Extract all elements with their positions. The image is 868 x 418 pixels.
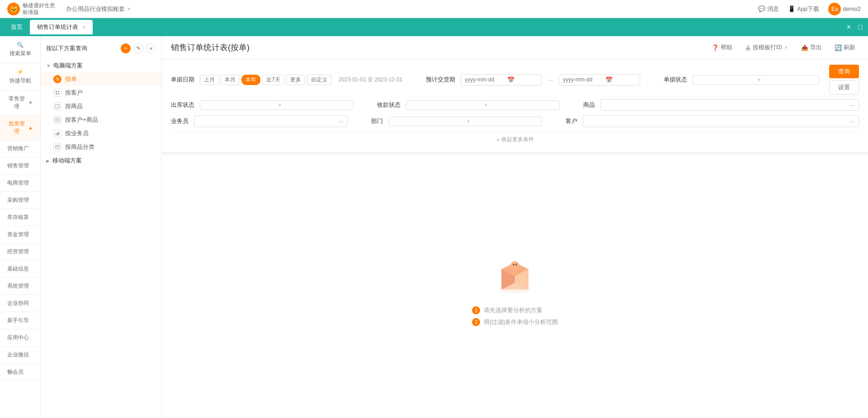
sidebar-item-management[interactable]: 经营管理 <box>0 243 40 261</box>
tree-parent-desktop[interactable]: ▼ 电脑端方案 <box>41 59 161 72</box>
customer-input[interactable]: ··· <box>583 115 859 127</box>
tree-parent-mobile[interactable]: ▶ 移动端方案 <box>41 154 161 167</box>
out-status-label: 出库状态 <box>171 101 194 109</box>
sidebar-item-retail[interactable]: 零售管理 ▼ <box>0 90 40 115</box>
help-button[interactable]: ❓ 帮助 <box>708 42 736 53</box>
sidebar-item-member[interactable]: 畅会员 <box>0 364 40 381</box>
by-goods-icon <box>53 102 61 110</box>
svg-rect-10 <box>56 145 59 149</box>
out-status-dropdown-icon: ▼ <box>278 103 349 108</box>
empty-svg <box>488 247 542 301</box>
customer-search-input[interactable] <box>587 118 848 125</box>
message-button[interactable]: 💬 消息 <box>758 5 779 13</box>
tab-close-icon[interactable]: × <box>83 24 85 30</box>
sidebar-item-enterprise[interactable]: 企业协同 <box>0 295 40 312</box>
search-button[interactable]: 查询 <box>829 65 859 78</box>
setting-button[interactable]: 设置 <box>829 80 859 95</box>
tab-maximize-icon[interactable]: □ <box>856 21 864 33</box>
tree-child-by-order[interactable]: 按 按单 <box>41 72 161 86</box>
tab-minimize-icon[interactable]: × <box>845 21 853 33</box>
empty-tip-2: 2 用[过滤]条件来缩小分析范围 <box>472 318 557 326</box>
tab-active[interactable]: 销售订单统计表 × <box>30 20 93 34</box>
this-month-btn[interactable]: 本月 <box>221 75 240 85</box>
tree-section: ▼ 电脑端方案 按 按单 按客户 按商品 <box>41 57 161 169</box>
sidebar-item-purchase[interactable]: 采购管理 <box>0 192 40 209</box>
main-layout: 🔍 搜索菜单 ⚡ 快捷导航 零售管理 ▼ 批发管理 ▲ 营销推广 销售管理 电商… <box>0 36 868 418</box>
by-order-icon: 按 <box>53 75 61 83</box>
panel-header: 按以下方案查询 + ✎ « <box>41 42 161 57</box>
shortcuts-icon: ⚡ <box>17 69 24 75</box>
calendar-to-icon[interactable]: 📅 <box>605 76 613 83</box>
breadcrumb[interactable]: 办公用品行业模拟账套 ▼ <box>66 5 132 13</box>
template-print-button[interactable]: 🖨 按模板打印 ▼ <box>741 42 792 53</box>
user-menu-button[interactable]: Ea demo2 <box>828 3 861 15</box>
sidebar-item-appstore[interactable]: 应用中心 <box>0 329 40 347</box>
refresh-button[interactable]: 🔄 刷新 <box>831 42 859 53</box>
action-buttons: 查询 设置 <box>829 65 859 95</box>
more-date-btn[interactable]: 更多 <box>286 75 305 85</box>
avatar: Ea <box>828 3 841 15</box>
by-customer-goods-icon <box>53 116 61 124</box>
page-title: 销售订单统计表(按单) <box>171 42 250 53</box>
status-select[interactable]: ▼ <box>693 75 819 85</box>
left-panel: 按以下方案查询 + ✎ « ▼ 电脑端方案 按 按单 <box>41 36 162 418</box>
last-month-btn[interactable]: 上月 <box>200 75 219 85</box>
dept-select[interactable]: ▼ <box>388 117 542 126</box>
collapse-bar[interactable]: ∧ 收起更多条件 <box>171 132 859 147</box>
svg-rect-8 <box>57 133 58 135</box>
sidebar-item-wholesale[interactable]: 批发管理 ▲ <box>0 115 40 140</box>
calendar-from-icon[interactable]: 📅 <box>507 76 514 83</box>
sidebar-item-wechat[interactable]: 企业微信 <box>0 347 40 364</box>
sidebar-item-ecommerce[interactable]: 电商管理 <box>0 175 40 192</box>
logo-text: 畅捷通好生意 标准版 <box>23 2 55 15</box>
app-download-button[interactable]: 📱 App下载 <box>788 5 819 13</box>
sidebar-item-sales[interactable]: 销售管理 <box>0 157 40 175</box>
expected-date-to-input[interactable] <box>563 76 604 83</box>
expected-date-from[interactable]: 📅 <box>461 74 542 86</box>
panel-collapse-button[interactable]: « <box>146 43 156 53</box>
goods-more-icon[interactable]: ··· <box>849 101 855 109</box>
out-status-select[interactable]: ▼ <box>200 100 354 110</box>
sidebar-item-search[interactable]: 🔍 搜索菜单 <box>0 36 40 63</box>
salesperson-more-icon[interactable]: ··· <box>338 118 344 125</box>
svg-rect-2 <box>56 93 57 95</box>
payment-status-dropdown-icon: ▼ <box>484 103 556 108</box>
sidebar-item-basic[interactable]: 基础信息 <box>0 261 40 278</box>
goods-search-input[interactable] <box>604 102 848 109</box>
panel-add-button[interactable]: + <box>121 43 131 53</box>
sidebar-item-guide[interactable]: 新手引导 <box>0 312 40 329</box>
status-dropdown-icon: ▼ <box>757 77 815 82</box>
salesperson-search-input[interactable] <box>198 118 336 125</box>
tree-child-by-customer-goods[interactable]: 按客户+商品 <box>41 113 161 127</box>
custom-date-btn[interactable]: 自定义 <box>307 75 331 85</box>
tree-child-by-salesperson[interactable]: 按业务员 <box>41 127 161 140</box>
expected-date-from-input[interactable] <box>465 76 505 83</box>
goods-input[interactable]: ··· <box>600 99 859 111</box>
sidebar-item-finance[interactable]: 资金管理 <box>0 226 40 243</box>
tree-child-by-goods[interactable]: 按商品 <box>41 100 161 113</box>
customer-more-icon[interactable]: ··· <box>849 118 855 125</box>
goods-label: 商品 <box>583 101 595 109</box>
sidebar-item-marketing[interactable]: 营销推广 <box>0 140 40 157</box>
tree-parent-arrow-icon: ▼ <box>46 63 51 68</box>
tree-child-by-customer[interactable]: 按客户 <box>41 86 161 100</box>
salesperson-label: 业务员 <box>171 117 189 125</box>
svg-point-20 <box>515 264 517 266</box>
seven-days-btn[interactable]: 近7天 <box>262 75 284 85</box>
this-year-btn[interactable]: 本年 <box>241 75 260 85</box>
sidebar-item-system[interactable]: 系统管理 <box>0 278 40 295</box>
payment-status-select[interactable]: ▼ <box>406 100 560 110</box>
sidebar-item-shortcuts[interactable]: ⚡ 快捷导航 <box>0 63 40 90</box>
tab-home[interactable]: 首页 <box>4 20 30 34</box>
tip-num-2: 2 <box>472 318 480 326</box>
export-button[interactable]: 📤 导出 <box>797 42 826 53</box>
tree-child-by-category[interactable]: 按商品分类 <box>41 140 161 154</box>
expected-date-to[interactable]: 📅 <box>559 74 640 86</box>
sidebar-item-inventory[interactable]: 库存核算 <box>0 209 40 226</box>
logo-area: 🐱 畅捷通好生意 标准版 <box>7 2 55 15</box>
svg-rect-4 <box>56 104 59 108</box>
by-salesperson-icon <box>53 129 61 138</box>
empty-state: 1 请先选择要分析的方案 2 用[过滤]条件来缩小分析范围 <box>162 155 868 418</box>
salesperson-input[interactable]: ··· <box>194 115 348 127</box>
panel-edit-button[interactable]: ✎ <box>133 43 143 53</box>
